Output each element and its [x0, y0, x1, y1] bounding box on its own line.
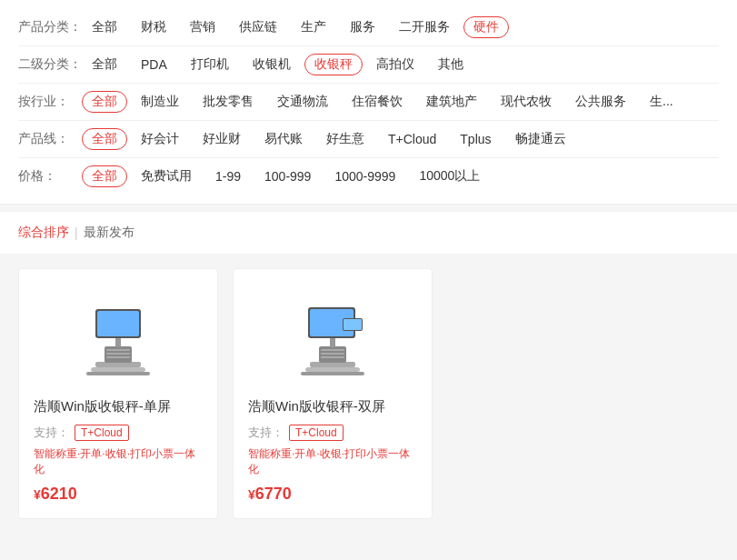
- filter-cat-marketing[interactable]: 营销: [180, 16, 225, 38]
- svg-rect-16: [344, 319, 362, 330]
- filter-cat-production[interactable]: 生产: [291, 16, 336, 38]
- svg-rect-7: [106, 356, 130, 358]
- filter-ind-more[interactable]: 生...: [640, 91, 683, 113]
- product-desc-1: 智能称重·开单·收银·打印小票一体化: [34, 446, 203, 477]
- svg-rect-20: [305, 367, 360, 372]
- filter-cat-supply[interactable]: 供应链: [229, 16, 287, 38]
- filter-ind-public[interactable]: 公共服务: [565, 91, 636, 113]
- filter-ind-agriculture[interactable]: 现代农牧: [491, 91, 562, 113]
- filter-ind-all[interactable]: 全部: [82, 91, 127, 113]
- product-card-1[interactable]: 浩顺Win版收银秤-单屏 支持： T+Cloud 智能称重·开单·收银·打印小票…: [18, 268, 218, 519]
- filter-ind-hospitality[interactable]: 住宿餐饮: [342, 91, 413, 113]
- filter-cat-all[interactable]: 全部: [82, 16, 127, 38]
- filter-pl-finance[interactable]: 好业财: [193, 128, 251, 150]
- svg-rect-5: [106, 349, 130, 351]
- filter-sub-scale[interactable]: 收银秤: [304, 54, 363, 75]
- price-symbol-2: ¥: [248, 487, 255, 502]
- filter-sub-pda[interactable]: PDA: [131, 55, 177, 75]
- product-image-1: [34, 287, 203, 387]
- sort-bar: 综合排序 | 最新发布: [0, 212, 737, 254]
- svg-rect-18: [321, 353, 344, 355]
- product-support-1: 支持： T+Cloud: [34, 425, 203, 441]
- filter-ind-realestate[interactable]: 建筑地产: [416, 91, 487, 113]
- sort-latest[interactable]: 最新发布: [84, 221, 134, 245]
- svg-rect-21: [301, 372, 364, 375]
- price-value-2: 6770: [255, 485, 292, 503]
- svg-rect-4: [97, 311, 139, 336]
- filter-row-price: 价格： 全部 免费试用 1-99 100-999 1000-9999 10000…: [18, 158, 719, 195]
- filter-items-subcategory: 全部 PDA 打印机 收银机 收银秤 高拍仪 其他: [82, 54, 473, 75]
- filter-cat-hardware[interactable]: 硬件: [463, 16, 509, 38]
- filter-price-1000-9999[interactable]: 1000-9999: [324, 166, 405, 186]
- filter-cat-tax[interactable]: 财税: [131, 16, 176, 38]
- support-tag-2: T+Cloud: [289, 425, 344, 441]
- filter-label-industry: 按行业：: [18, 94, 82, 110]
- filter-row-productline: 产品线： 全部 好会计 好业财 易代账 好生意 T+Cloud Tplus 畅捷…: [18, 121, 719, 158]
- filter-ind-transport[interactable]: 交通物流: [267, 91, 338, 113]
- filter-label-price: 价格：: [18, 168, 82, 185]
- filter-sub-other[interactable]: 其他: [428, 54, 473, 75]
- filter-label-subcategory: 二级分类：: [18, 56, 82, 73]
- filter-pl-bookkeeping[interactable]: 易代账: [254, 128, 313, 150]
- product-card-2[interactable]: 浩顺Win版收银秤-双屏 支持： T+Cloud 智能称重·开单·收银·打印小票…: [233, 268, 433, 519]
- filter-sub-printer[interactable]: 打印机: [181, 54, 239, 75]
- product-image-2: [248, 287, 417, 387]
- filter-pl-tplus[interactable]: Tplus: [450, 129, 501, 149]
- filter-label-productline: 产品线：: [18, 131, 82, 147]
- product-title-1: 浩顺Win版收银秤-单屏: [34, 398, 203, 415]
- filter-section: 产品分类： 全部 财税 营销 供应链 生产 服务 二开服务 硬件 二级分类： 全…: [0, 0, 737, 205]
- product-price-1: ¥6210: [34, 485, 203, 504]
- filter-pl-business[interactable]: 好生意: [316, 128, 374, 150]
- product-support-2: 支持： T+Cloud: [248, 425, 417, 441]
- filter-cat-service[interactable]: 服务: [340, 16, 385, 38]
- svg-rect-9: [86, 372, 150, 375]
- filter-sub-all[interactable]: 全部: [82, 54, 127, 75]
- svg-rect-17: [321, 349, 344, 351]
- filter-pl-tcloud[interactable]: T+Cloud: [378, 129, 446, 149]
- sort-comprehensive[interactable]: 综合排序: [18, 221, 69, 245]
- filter-items-industry: 全部 制造业 批发零售 交通物流 住宿餐饮 建筑地产 现代农牧 公共服务 生..…: [82, 91, 683, 113]
- product-grid: 浩顺Win版收银秤-单屏 支持： T+Cloud 智能称重·开单·收银·打印小票…: [0, 254, 737, 534]
- filter-cat-dev[interactable]: 二开服务: [389, 16, 460, 38]
- filter-sub-cashier[interactable]: 收银机: [243, 54, 301, 75]
- filter-price-10000plus[interactable]: 10000以上: [409, 165, 490, 187]
- support-label-2: 支持：: [248, 425, 284, 441]
- filter-row-industry: 按行业： 全部 制造业 批发零售 交通物流 住宿餐饮 建筑地产 现代农牧 公共服…: [18, 84, 719, 121]
- support-label-1: 支持：: [34, 425, 69, 441]
- price-symbol-1: ¥: [34, 487, 41, 502]
- filter-sub-camera[interactable]: 高拍仪: [366, 54, 424, 75]
- product-desc-2: 智能称重·开单·收银·打印小票一体化: [248, 446, 417, 477]
- filter-items-price: 全部 免费试用 1-99 100-999 1000-9999 10000以上: [82, 165, 490, 187]
- sort-divider: |: [75, 225, 78, 240]
- svg-rect-6: [106, 353, 130, 355]
- filter-label-category: 产品分类：: [18, 19, 82, 35]
- filter-pl-changjie[interactable]: 畅捷通云: [505, 128, 576, 150]
- filter-ind-manufacturing[interactable]: 制造业: [131, 91, 189, 113]
- filter-pl-accounting[interactable]: 好会计: [131, 128, 189, 150]
- filter-pl-all[interactable]: 全部: [82, 128, 127, 150]
- filter-price-1-99[interactable]: 1-99: [205, 166, 251, 186]
- pos-machine-icon-2: [292, 296, 373, 378]
- product-title-2: 浩顺Win版收银秤-双屏: [248, 398, 417, 415]
- price-value-1: 6210: [41, 485, 77, 503]
- filter-row-category: 产品分类： 全部 财税 营销 供应链 生产 服务 二开服务 硬件: [18, 9, 719, 46]
- filter-ind-retail[interactable]: 批发零售: [193, 91, 264, 113]
- filter-price-free[interactable]: 免费试用: [131, 165, 202, 187]
- pos-machine-icon-1: [77, 296, 159, 378]
- filter-price-100-999[interactable]: 100-999: [254, 166, 321, 186]
- svg-rect-8: [91, 367, 145, 372]
- filter-price-all[interactable]: 全部: [82, 165, 127, 187]
- filter-items-productline: 全部 好会计 好业财 易代账 好生意 T+Cloud Tplus 畅捷通云: [82, 128, 576, 150]
- svg-rect-19: [321, 356, 344, 358]
- filter-items-category: 全部 财税 营销 供应链 生产 服务 二开服务 硬件: [82, 16, 509, 38]
- support-tag-1: T+Cloud: [75, 425, 129, 441]
- filter-row-subcategory: 二级分类： 全部 PDA 打印机 收银机 收银秤 高拍仪 其他: [18, 46, 719, 84]
- product-price-2: ¥6770: [248, 485, 417, 504]
